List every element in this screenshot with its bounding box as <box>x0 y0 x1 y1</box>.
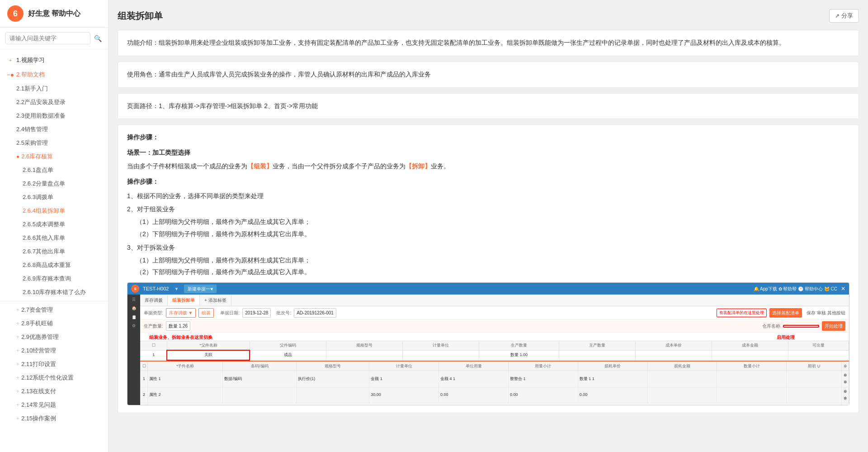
step3-sub1: 上部明细为父件明细，最终作为原材料生成其它出库单； <box>136 255 849 266</box>
sub-td-unit-1: 金额 1 <box>369 371 439 387</box>
sub-td-name-2: 属性 2 <box>148 387 223 403</box>
td-avail-qty <box>788 350 849 360</box>
sub-td-name-1: 属性 1 <box>148 371 223 387</box>
sub-td-lossamt-2 <box>647 387 717 403</box>
page-title: 组装拆卸单 <box>118 10 163 22</box>
sub-th-unit: 计量单位 <box>369 362 439 371</box>
screenshot-batch-value[interactable]: AD-20191226-001 <box>294 308 336 318</box>
screenshot-type-assemble[interactable]: 组装 <box>198 308 214 318</box>
screenshot-confirm-btn[interactable]: 开始处理 <box>822 321 845 331</box>
sidebar-item-2-13[interactable]: +2.13在线支付 <box>0 385 108 398</box>
sub-td-empty-3 <box>148 403 842 405</box>
sub-th-checkbox: ☐ <box>141 362 148 371</box>
sub-td-subtotal-1: 整整合 1 <box>508 371 578 387</box>
screenshot-label-qty: 生产数量: <box>144 322 163 330</box>
sub-td-unitqty-2: 0.00 <box>439 387 509 403</box>
screenshot-tab-inventory[interactable]: 库存调拨 <box>140 295 168 306</box>
screenshot-tab-other[interactable]: + 添加标签 <box>200 295 231 306</box>
sidebar-item-2-9[interactable]: +2.9优惠券管理 <box>0 330 108 344</box>
sidebar-item-2-6-4[interactable]: 2.6.4组装拆卸单 <box>0 204 108 218</box>
sidebar-item-2-6[interactable]: ● 2.6库存核算 <box>0 150 108 163</box>
sub-row-2: 2 属性 2 30.00 0.00 0.00 0.00 <box>141 387 849 403</box>
sidebar-item-2-6-3[interactable]: 2.6.3调拨单 <box>0 190 108 204</box>
td-prod-qty: 数量 1.00 <box>479 350 559 360</box>
role-text: 使用角色：通常由生产人员或库管人员完成拆装业务的操作，库管人员确认原材料的出库和… <box>127 69 849 80</box>
sidebar-item-2-2[interactable]: 2.2产品安装及登录 <box>0 95 108 109</box>
search-box: 🔍 <box>0 28 108 49</box>
screenshot-form-row2: 生产数量: 数量 1.26 仓库名称 开始处理 <box>140 320 849 333</box>
search-button[interactable]: 🔍 <box>93 34 103 43</box>
screenshot-warehouse-input[interactable] <box>783 325 819 328</box>
screenshot-close[interactable]: ✕ <box>841 284 845 293</box>
sidebar-item-2-11[interactable]: +2.11打印设置 <box>0 357 108 371</box>
screenshot-table-upper: ☐ *父件名称 父件编码 规格型号 计量单位 生产数量 主产数量 成本单价 成本… <box>140 341 849 361</box>
screenshot-company: TEST-H002 <box>143 285 169 293</box>
scenario1-title: 场景一：加工类型选择 <box>127 147 849 158</box>
sub-th-init: 期初 U <box>787 362 842 371</box>
td-spec <box>326 350 402 360</box>
th-parent-code: 父件编码 <box>250 341 326 351</box>
th-checkbox: ☐ <box>141 341 167 351</box>
screenshot-date-value[interactable]: 2019-12-28 <box>242 308 271 318</box>
sidebar-item-2-6-5[interactable]: 2.6.5成本调整单 <box>0 218 108 231</box>
screenshot-sub-table: ☐ *子件名称 条码/编码 规格型号 计量单位 单位用量 用量小计 损耗单价 损… <box>140 362 849 405</box>
sub-td-barcode-1: 数据/编码 <box>223 371 297 387</box>
sidebar-item-2-12[interactable]: +2.12系统个性化设置 <box>0 371 108 385</box>
sub-td-qtysub-2 <box>717 387 787 403</box>
screenshot-table-row1: 1 关联 成品 数量 1.00 <box>141 350 849 360</box>
sidebar-item-2-6-10[interactable]: 2.6.10库存账本错了么办 <box>0 285 108 299</box>
annotation-2-container: 组装业务、拆卸业务在这里切换 启用处理 <box>140 333 849 341</box>
sidebar-item-2-5[interactable]: 2.5采购管理 <box>0 136 108 150</box>
sub-td-spec-1: 执行价(1) <box>297 371 369 387</box>
sidebar-item-2-6-1[interactable]: 2.6.1盘点单 <box>0 163 108 177</box>
sub-td-action-2[interactable]: ⊕ ⊗ <box>842 387 849 403</box>
screenshot-doctype-value[interactable]: 库存调拨 ▼ <box>166 308 196 318</box>
sidebar-item-2-6-8[interactable]: 2.6.8商品成本重算 <box>0 258 108 272</box>
sub-td-init-1 <box>787 371 842 387</box>
screenshot-label-warehouse: 仓库名称 <box>762 322 780 330</box>
app-title: 好生意 帮助中心 <box>28 9 80 19</box>
sub-th-loss-price: 损耗单价 <box>578 362 647 371</box>
screenshot-select-btn[interactable]: 选择装配清单 <box>769 308 802 318</box>
screenshot-icons: 🔔 App下载 ✿ 帮助帮 🕐 帮助中心 🐱 CC <box>754 285 837 293</box>
screenshot-main: 库存调拨 组装拆卸单 + 添加标签 单据类型: 库存调拨 ▼ 组装 单据日期: … <box>140 295 849 405</box>
screenshot-titlebar: 6 TEST-H002 ▼ 新建单据一♥ 🔔 App下载 ✿ 帮助帮 🕐 帮助中… <box>127 283 849 295</box>
sidebar-item-2-8[interactable]: +2.8手机旺铺 <box>0 317 108 330</box>
sub-td-action-3[interactable]: ⊕ ⊗ <box>842 403 849 405</box>
search-input[interactable] <box>5 32 90 44</box>
sub-th-action: ⊕ <box>842 362 849 371</box>
sidebar-item-2-6-9[interactable]: 2.6.9库存账本查询 <box>0 272 108 285</box>
td-num: 1 <box>141 350 167 360</box>
td-main-qty <box>559 350 636 360</box>
sidebar-item-2-15[interactable]: +2.15操作案例 <box>0 412 108 425</box>
role-card: 使用角色：通常由生产人员或库管人员完成拆装业务的操作，库管人员确认原材料的出库和… <box>118 62 859 88</box>
sidebar-item-2-14[interactable]: +2.14常见问题 <box>0 398 108 412</box>
annotation-1: 有装配清单的在这里处理 <box>717 309 767 317</box>
sidebar-item-2-1[interactable]: 2.1新手入门 <box>0 82 108 95</box>
screenshot-tab-assemble[interactable]: 组装拆卸单 <box>168 295 200 306</box>
step2-title: 2、对于组装业务 <box>127 204 849 215</box>
th-cost-price: 成本单价 <box>636 341 712 351</box>
sidebar-item-2-7[interactable]: +2.7资金管理 <box>0 303 108 317</box>
sub-td-action-1[interactable]: ⊕ ⊗ <box>842 371 849 387</box>
share-button[interactable]: ↗ 分享 <box>829 9 859 23</box>
sidebar-item-2-10[interactable]: +2.10经营管理 <box>0 344 108 357</box>
sidebar-item-2-3[interactable]: 2.3使用前数据准备 <box>0 109 108 123</box>
operations-card: 操作步骤： 场景一：加工类型选择 当由多个子件材料组装成一个成品的业务为【组装】… <box>118 124 859 413</box>
sidebar-item-2-6-7[interactable]: 2.6.7其他出库单 <box>0 245 108 258</box>
screenshot-qty-value[interactable]: 数量 1.26 <box>166 321 190 331</box>
sub-td-unitqty-1: 金额 4 1 <box>439 371 509 387</box>
sidebar-item-2[interactable]: ● 2.帮助文档 <box>0 67 108 82</box>
operation-title: 操作步骤： <box>127 132 849 143</box>
sub-th-subtotal: 用量小计 <box>508 362 578 371</box>
sub-th-name: *子件名称 <box>148 362 223 371</box>
sub-td-barcode-2 <box>223 387 297 403</box>
th-spec: 规格型号 <box>326 341 402 351</box>
sub-td-qtysub-1 <box>717 371 787 387</box>
screenshot-table-body: 1 关联 成品 数量 1.00 <box>141 350 849 360</box>
sidebar-item-2-6-2[interactable]: 2.6.2分量盘点单 <box>0 177 108 190</box>
step2-list: 上部明细为父件明细，最终作为产成品生成其它入库单； 下部明细为子件明细，最终作为… <box>127 217 849 240</box>
sidebar-item-2-6-6[interactable]: 2.6.6其他入库单 <box>0 231 108 245</box>
sidebar-item-1[interactable]: 1.视频学习 <box>0 53 108 67</box>
sidebar-item-2-4[interactable]: 2.4销售管理 <box>0 123 108 136</box>
